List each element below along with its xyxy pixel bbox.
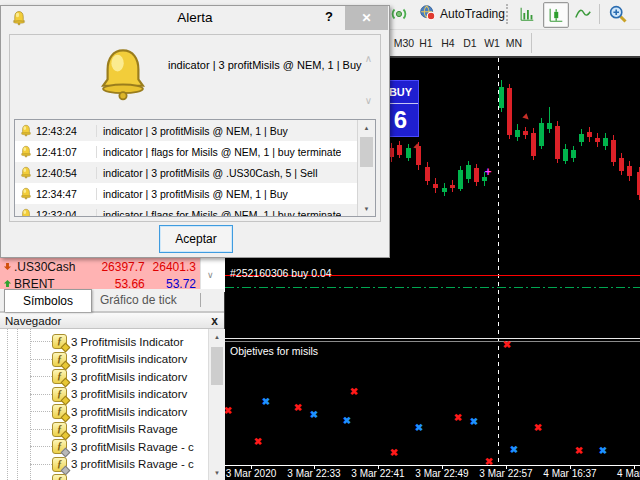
navigator-item[interactable]: ƒ3 profitMisils Ravage [0,421,208,438]
indicator-label: Objetives for misils [230,345,318,357]
navigator-item[interactable]: ƒ3 Profitmisils Indicator [0,333,208,350]
tab-simbolos[interactable]: Símbolos [4,289,92,312]
tree-connector [30,464,52,465]
navigator-panel: Navegador x ƒ3 Profitmisils Indicatorƒ3 … [0,312,224,480]
autotrading-icon [419,4,436,24]
x-marker: ✖ [454,413,462,423]
alert-time: 12:41:07 [36,146,97,158]
line-chart-icon[interactable] [571,2,595,26]
candle [531,133,536,156]
autotrading-button[interactable]: AutoTrading [413,2,511,26]
panel-separator[interactable] [225,338,640,339]
alert-message: indicator | flags for Misils @ NEM, 1 | … [97,146,341,158]
tab-simbolos-label: Símbolos [23,294,73,308]
panel-separator-shadow [225,341,640,342]
navigator-item[interactable]: ƒ3 profitMisils Ravage - c [0,438,208,455]
ask-cell: 26401.3 [149,260,200,274]
axis-label: 3 Mar 22:33 [287,468,340,479]
navigator-item[interactable]: ƒ3 profitMisils indicatorv [0,403,208,420]
navigator-header: Navegador x [0,312,224,329]
signal-icon[interactable] [387,2,411,26]
alert-message: indicator | 3 profitMisils @ NEM, 1 | Bu… [97,125,288,137]
alert-message: indicator | 3 profitMisils @ .US30Cash, … [97,167,318,179]
candlestick-chart-icon[interactable] [543,2,569,28]
scrollbar-thumb[interactable] [211,347,223,385]
alert-bell-icon [92,45,154,103]
alert-row[interactable]: 12:41:07indicator | flags for Misils @ N… [15,141,358,162]
function-icon: ƒ [52,474,67,480]
alert-row[interactable]: 12:43:24indicator | 3 profitMisils @ NEM… [15,120,358,141]
navigator-item[interactable]: ƒ3 profitMisils indicatorv [0,368,208,385]
dialog-titlebar[interactable]: Alerta ? ✕ [1,6,389,31]
navigator-item-label: 3 profitMisils Ravage - c [71,441,205,453]
timeframe-button-h4[interactable]: H4 [437,32,459,53]
chevron-down-icon[interactable]: ∨ [207,270,214,280]
timeframe-button-mn[interactable]: MN [503,32,525,53]
candle [523,131,528,135]
navigator-item[interactable]: ƒ3 profitMisils indicatorv [0,386,208,403]
navigator-item[interactable]: ƒ3 profitMisils indicatorv [0,351,208,368]
bell-icon [19,166,33,179]
alert-list-scrollbar[interactable]: ▲ ▼ [357,120,375,216]
market-watch-row[interactable]: .US30Cash26397.726401.3 [0,258,200,275]
candle-wick [549,107,550,133]
scroll-up-icon[interactable]: ▲ [209,329,225,344]
timeframe-button-m30[interactable]: M30 [393,32,415,53]
alert-row[interactable]: 12:32:04indicator | flags for Misils @ N… [15,204,358,217]
timeframe-button-w1[interactable]: W1 [481,32,503,53]
candle [555,126,560,159]
timeframe-button-h1[interactable]: H1 [415,32,437,53]
x-axis-line [225,465,640,466]
candle [579,134,584,142]
bell-icon [19,124,33,137]
x-marker: ✖ [350,387,358,397]
timeframe-button-d1[interactable]: D1 [459,32,481,53]
function-icon: ƒ [52,422,67,437]
navigator-item-label: 3 Profitmisils Indicator [71,336,205,348]
navigator-scrollbar[interactable]: ▲ ▼ [208,329,225,480]
alert-row[interactable]: 12:34:47indicator | 3 profitMisils @ NEM… [15,183,358,204]
scroll-down-icon[interactable]: ▼ [358,201,375,216]
axis-label: 4 Mar 1 [617,468,640,479]
navigator-item[interactable]: ƒ [0,473,208,480]
alert-message: indicator | flags for Misils @ NEM, 1 | … [97,209,341,218]
x-marker: ✖ [262,397,270,407]
market-watch-scrollbar[interactable]: ∨ [200,258,225,292]
chevron-up-icon[interactable]: ∧ [365,53,372,64]
candle [587,132,592,137]
x-marker: ✖ [470,417,478,427]
candle [595,138,600,142]
function-icon: ƒ [52,404,67,419]
market-watch: .US30Cash26397.726401.3BRENT53.6653.72 ∨ [0,258,224,292]
navigator-item-label: 3 profitMisils Ravage [71,423,205,435]
zoom-in-icon[interactable] [606,2,630,26]
toolbar-grip[interactable] [506,4,511,24]
accept-button[interactable]: Aceptar [159,225,233,253]
sell-arrow-icon [407,136,423,152]
alert-row[interactable]: 12:40:54indicator | 3 profitMisils @ .US… [15,162,358,183]
candle [433,184,438,188]
alert-time: 12:32:04 [36,209,97,218]
cross-marker: + [484,165,491,179]
candle [539,123,544,146]
chevron-down-icon[interactable]: ∨ [365,95,372,106]
scroll-up-icon[interactable]: ▲ [358,120,375,135]
navigator-item[interactable]: ƒ3 profitMisils Ravage - c [0,456,208,473]
close-icon[interactable]: ✕ [345,6,388,30]
application-window: + #252160306 buy 0.04 BUY 6 Objetives fo… [0,0,640,480]
alert-list: 12:43:24indicator | 3 profitMisils @ NEM… [14,119,376,217]
scroll-down-icon[interactable]: ▼ [209,465,225,480]
x-marker: ✖ [254,437,262,447]
help-icon[interactable]: ? [325,9,333,24]
crosshair-vline [498,58,499,465]
bar-chart-icon[interactable] [515,2,539,26]
function-icon: ƒ [52,387,67,402]
x-marker: ✖ [534,423,542,433]
navigator-title: Navegador [5,315,61,327]
tab-grafico-de-tick[interactable]: Gráfico de tick [100,293,177,307]
scrollbar-thumb[interactable] [360,137,373,167]
x-marker: ✖ [415,423,423,433]
x-marker: ✖ [390,448,398,458]
x-marker: ✖ [310,410,318,420]
navigator-close-icon[interactable]: x [211,314,218,328]
